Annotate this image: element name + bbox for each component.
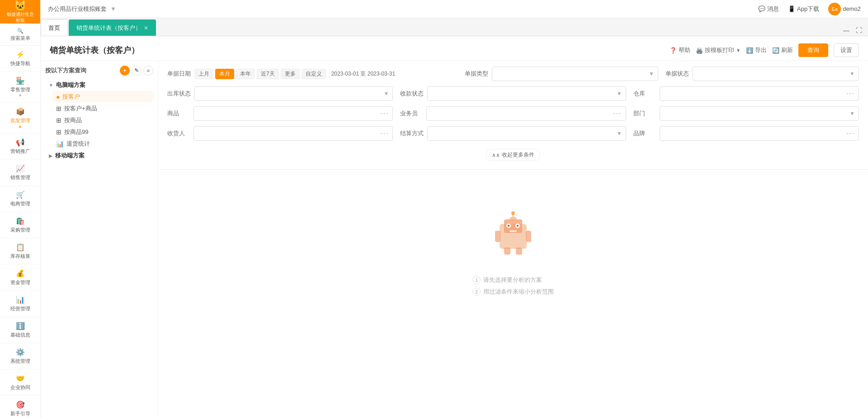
- topbar-dropdown-icon[interactable]: ▼: [110, 5, 116, 12]
- sidebar-item-wholesale[interactable]: 📦 批发管理 ▲: [0, 103, 40, 133]
- pay-status-chevron: ▼: [617, 90, 622, 97]
- warehouse-label: 仓库: [633, 90, 656, 98]
- inventory-nav-icon: 📋: [16, 243, 25, 252]
- message-button[interactable]: 💬 消息: [758, 5, 779, 13]
- tab-sales-stats[interactable]: 销货单统计表（按客户） ✕: [69, 19, 156, 36]
- svg-rect-9: [504, 247, 510, 255]
- filter-item-pay-status: 收款状态 ▼: [400, 86, 626, 101]
- add-scheme-button[interactable]: +: [120, 66, 130, 76]
- collapse-row: ∧∧ 收起更多条件: [167, 146, 859, 164]
- receiver-input[interactable]: ···: [193, 126, 393, 141]
- order-status-chevron: ▼: [849, 71, 855, 77]
- collapse-button[interactable]: ∧∧ 收起更多条件: [486, 149, 540, 161]
- tree-item-by-customer-label: 按客户: [62, 93, 80, 101]
- ship-status-chevron: ▼: [383, 90, 389, 97]
- sidebar-search-nav[interactable]: 🔍 搜索菜单: [0, 24, 40, 46]
- tree-section-desktop[interactable]: ▼ 电脑端方案: [45, 79, 153, 91]
- topbar-left: 办公用品行业模拟账套 ▼: [48, 5, 116, 13]
- product-label: 商品: [167, 109, 190, 118]
- tab-maximize-button[interactable]: ⛶: [854, 25, 864, 36]
- sidebar-item-operations[interactable]: 📊 经营管理: [0, 291, 40, 317]
- tab-home[interactable]: 首页: [41, 19, 68, 36]
- refresh-label: 刷新: [781, 46, 793, 54]
- sidebar-item-quick[interactable]: ⚡ 快捷导航: [0, 46, 40, 72]
- sidebar-item-basic[interactable]: ℹ️ 基础信息: [0, 317, 40, 343]
- department-input[interactable]: ▼: [660, 106, 859, 121]
- date-tab-more[interactable]: 更多: [281, 69, 300, 79]
- tree-item-by-product[interactable]: ⊞ 按商品: [52, 114, 153, 126]
- product-input[interactable]: ···: [193, 106, 393, 121]
- filter-item-department: 部门 ▼: [633, 106, 859, 121]
- sidebar-item-retail[interactable]: 🏪 零售管理 ▼: [0, 72, 40, 103]
- filter-item-receiver: 收货人 ···: [167, 126, 393, 141]
- print-dropdown-icon: ▼: [736, 48, 741, 53]
- sidebar-item-system[interactable]: ⚙️ 系统管理: [0, 343, 40, 370]
- help-button[interactable]: ❓ 帮助: [670, 46, 690, 54]
- tree-item-returns-label: 退货统计: [66, 140, 90, 148]
- sidebar: 🐱 畅捷通好生意 标版 🔍 搜索菜单 ⚡ 快捷导航 🏪 零售管理 ▼ 📦 批发管…: [0, 0, 41, 418]
- setting-button[interactable]: 设置: [834, 43, 859, 57]
- user-avatar: Ea: [828, 3, 841, 15]
- download-icon: 📱: [788, 5, 795, 12]
- tree-arrow-desktop: ▼: [49, 83, 53, 88]
- sidebar-item-finance[interactable]: 💰 资金管理: [0, 265, 40, 291]
- payment-input[interactable]: ▼: [427, 126, 626, 141]
- date-tab-7days[interactable]: 近7天: [257, 69, 279, 79]
- user-profile[interactable]: Ea demo2: [828, 3, 861, 15]
- date-tab-custom[interactable]: 自定义: [302, 69, 326, 79]
- tree-item-customer-product[interactable]: ⊞ 按客户+商品: [52, 103, 153, 114]
- username: demo2: [843, 5, 861, 12]
- empty-state: 1 请先选择要分析的方案 2 用过滤条件来缩小分析范围: [158, 170, 868, 336]
- tree-item-by-product99[interactable]: ⊞ 按商品99: [52, 126, 153, 138]
- collapse-up-icon: ∧∧: [492, 152, 500, 158]
- refresh-button[interactable]: 🔄 刷新: [772, 46, 793, 54]
- warehouse-input[interactable]: ···: [660, 86, 859, 101]
- left-panel-header: 按以下方案查询 + ✎ «: [45, 66, 153, 76]
- print-label: 按模板打印: [705, 46, 734, 54]
- sidebar-item-ecommerce[interactable]: 🛒 电商管理: [0, 186, 40, 212]
- tab-minimize-button[interactable]: —: [841, 25, 852, 36]
- scheme-icon-3: ⊞: [56, 128, 61, 136]
- export-label: 导出: [755, 46, 767, 54]
- collapse-panel-button[interactable]: «: [143, 66, 153, 76]
- tree-item-by-customer[interactable]: ● 按客户: [52, 91, 153, 103]
- brand-dots: ···: [846, 129, 855, 138]
- export-button[interactable]: ⬇️ 导出: [746, 46, 767, 54]
- order-status-input[interactable]: ▼: [693, 66, 859, 81]
- tree-arrow-mobile: ▶: [49, 153, 52, 158]
- salesperson-input[interactable]: ···: [426, 106, 626, 121]
- pay-status-input[interactable]: ▼: [427, 86, 626, 101]
- ship-status-label: 出库状态: [167, 90, 191, 98]
- empty-tip-2: 2 用过滤条件来缩小分析范围: [472, 288, 554, 296]
- print-button[interactable]: 🖨️ 按模板打印 ▼: [696, 46, 741, 54]
- filter-row-1: 单据日期 上月 本月 本年 近7天 更多 自定义 20: [167, 66, 859, 81]
- date-tab-this-month[interactable]: 本月: [215, 69, 234, 79]
- edit-scheme-button[interactable]: ✎: [132, 66, 142, 76]
- query-button[interactable]: 查询: [798, 43, 828, 57]
- sidebar-item-sales[interactable]: 📈 销售管理: [0, 160, 40, 186]
- sidebar-item-purchase[interactable]: 🛍️ 采购管理: [0, 212, 40, 238]
- tab-sales-stats-close[interactable]: ✕: [144, 25, 148, 31]
- filter-item-order-status: 单据状态 ▼: [665, 66, 859, 81]
- date-tab-this-year[interactable]: 本年: [236, 69, 255, 79]
- ship-status-input[interactable]: ▼: [194, 86, 393, 101]
- receiver-label: 收货人: [167, 129, 190, 138]
- app-download-button[interactable]: 📱 App下载: [788, 5, 819, 13]
- date-label: 单据日期: [167, 70, 191, 78]
- tree-item-returns[interactable]: 📊 退货统计: [52, 138, 153, 150]
- operations-nav-icon: 📊: [16, 295, 25, 304]
- tree-section-mobile[interactable]: ▶ 移动端方案: [45, 150, 153, 162]
- filter-item-warehouse: 仓库 ···: [633, 86, 859, 101]
- sidebar-logo[interactable]: 🐱 畅捷通好生意 标版: [0, 0, 41, 24]
- date-tab-last-month[interactable]: 上月: [194, 69, 213, 79]
- tab-home-label: 首页: [48, 24, 60, 32]
- sidebar-item-marketing[interactable]: 📢 营销推广: [0, 133, 40, 160]
- brand-input[interactable]: ···: [660, 126, 859, 141]
- filter-row-3: 商品 ··· 业务员 ···: [167, 106, 859, 121]
- sidebar-item-guide[interactable]: 🎯 新手引导: [0, 396, 40, 418]
- sidebar-item-enterprise[interactable]: 🤝 企业协同: [0, 370, 40, 396]
- filter-item-order-type: 单据类型 ▼: [465, 66, 658, 81]
- order-type-input[interactable]: ▼: [492, 66, 658, 81]
- filter-item-product: 商品 ···: [167, 106, 393, 121]
- sidebar-item-inventory[interactable]: 📋 库存核算: [0, 238, 40, 265]
